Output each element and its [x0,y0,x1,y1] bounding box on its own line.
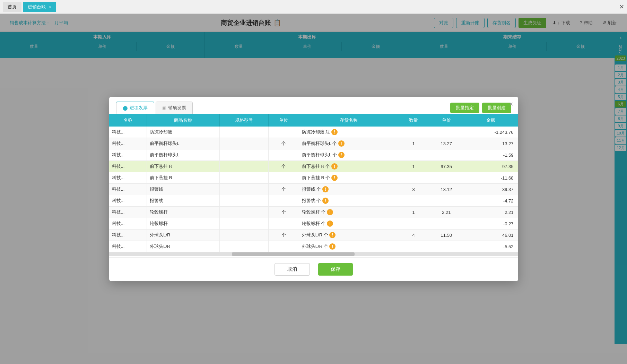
table-cell: 97.35 [429,161,464,172]
table-cell: 报警线 个 ! [299,195,398,207]
table-cell: 前平衡杆球头L [147,149,219,161]
table-cell: 外球头L/R [147,241,219,252]
table-cell: 科技... [109,184,147,195]
tab-close-icon[interactable]: × [49,5,51,9]
table-cell: 前下悬挂 R 个 ! [299,172,398,184]
table-cell: 报警线 [147,195,219,207]
scrollbar-thumb[interactable] [232,252,355,256]
table-cell: 39.37 [464,184,518,195]
horizontal-scrollbar[interactable] [109,252,518,256]
table-cell [429,241,464,252]
table-cell: 报警线 [147,184,219,195]
warning-icon[interactable]: ! [331,163,338,170]
dialog-body: 名称 商品名称 规格型号 单位 存货名称 数量 单价 金额 科技... [109,114,518,257]
dialog-header: ⬤ 进项发票 ▣ 销项发票 批量指定 批量创建 [109,97,518,114]
table-cell [219,149,268,161]
warning-icon[interactable]: ! [331,129,338,135]
table-cell: 防冻冷却液 [147,127,219,138]
table-cell [268,127,299,138]
table-cell [219,172,268,184]
table-cell: -11.68 [464,172,518,184]
table-cell: 外球头L/R [147,229,219,241]
table-cell [268,218,299,229]
table-cell: 1 [398,161,429,172]
active-tab[interactable]: 进销台账 × [23,2,56,12]
table-cell: 科技... [109,229,147,241]
dialog-table-wrap[interactable]: 名称 商品名称 规格型号 单位 存货名称 数量 单价 金额 科技... [109,114,518,252]
table-cell: 11.50 [429,229,464,241]
warning-icon[interactable]: ! [331,175,338,181]
table-cell [219,184,268,195]
table-cell: 科技... [109,218,147,229]
table-cell [219,127,268,138]
table-row: 科技...报警线个报警线 个 !313.1239.37 [109,184,518,195]
table-cell: 个 [268,161,299,172]
table-cell: 科技... [109,207,147,218]
table-cell [219,241,268,252]
table-cell: 13.12 [429,184,464,195]
table-row: 科技...报警线报警线 个 !-4.72 [109,195,518,207]
table-cell: 个 [268,184,299,195]
table-cell: 前平衡杆球头L 个 ! [299,149,398,161]
table-cell: 13.27 [429,138,464,149]
table-cell [219,207,268,218]
warning-icon[interactable]: ! [329,232,336,238]
table-cell: 前下悬挂 R [147,161,219,172]
table-cell [398,127,429,138]
table-cell: 1 [398,207,429,218]
table-cell: 科技... [109,149,147,161]
warning-icon[interactable]: ! [338,152,345,158]
table-header-row: 名称 商品名称 规格型号 单位 存货名称 数量 单价 金额 [109,114,518,127]
home-tab[interactable]: 首页 [3,2,21,12]
table-cell: -1.59 [464,149,518,161]
col-product: 商品名称 [147,114,219,127]
save-button[interactable]: 保存 [318,263,353,276]
table-cell: 外球头L/R 个 ! [299,241,398,252]
table-cell [268,149,299,161]
table-row: 科技...防冻冷却液防冻冷却液 瓶 !-1,243.76 [109,127,518,138]
table-row: 科技...前下悬挂 R个前下悬挂 R 个 !197.3597.35 [109,161,518,172]
table-cell [429,218,464,229]
table-cell [429,149,464,161]
dialog-close-button[interactable]: × [509,100,513,108]
batch-create-button[interactable]: 批量创建 [482,103,511,113]
table-cell [398,241,429,252]
dialog-overlay: ⬤ 进项发票 ▣ 销项发票 批量指定 批量创建 × [0,14,627,364]
table-cell: 97.35 [464,161,518,172]
col-unit: 单位 [268,114,299,127]
warning-icon[interactable]: ! [338,140,345,147]
batch-assign-button[interactable]: 批量指定 [450,103,479,113]
warning-icon[interactable]: ! [327,209,333,215]
table-cell [219,218,268,229]
table-row: 科技...轮毂螺杆个轮毂螺杆 个 !12.212.21 [109,207,518,218]
table-cell: 个 [268,138,299,149]
col-quantity: 数量 [398,114,429,127]
table-cell: 前平衡杆球头L 个 ! [299,138,398,149]
tab-incoming-invoice[interactable]: ⬤ 进项发票 [116,102,154,114]
table-row: 科技...外球头L/R个外球头L/R 个 !411.5046.01 [109,229,518,241]
table-cell: 3 [398,184,429,195]
table-cell: -1,243.76 [464,127,518,138]
warning-icon[interactable]: ! [327,220,333,227]
table-cell: 科技... [109,161,147,172]
table-cell: 报警线 个 ! [299,184,398,195]
col-spec: 规格型号 [219,114,268,127]
warning-icon[interactable]: ! [329,243,336,250]
tab-outgoing-invoice[interactable]: ▣ 销项发票 [156,102,193,114]
table-row: 科技...前平衡杆球头L个前平衡杆球头L 个 !113.2713.27 [109,138,518,149]
table-cell: 1 [398,138,429,149]
table-cell [219,195,268,207]
table-cell: 外球头L/R 个 ! [299,229,398,241]
table-cell: -5.52 [464,241,518,252]
table-cell [219,229,268,241]
invoice-table: 名称 商品名称 规格型号 单位 存货名称 数量 单价 金额 科技... [109,114,518,252]
table-cell: -0.27 [464,218,518,229]
table-cell [268,172,299,184]
warning-icon[interactable]: ! [322,198,329,204]
cancel-button[interactable]: 取消 [275,263,310,276]
table-cell [429,195,464,207]
window-close-button[interactable]: ✕ [619,3,624,11]
table-cell: 轮毂螺杆 个 ! [299,207,398,218]
warning-icon[interactable]: ! [322,186,329,192]
table-cell: 2.21 [464,207,518,218]
